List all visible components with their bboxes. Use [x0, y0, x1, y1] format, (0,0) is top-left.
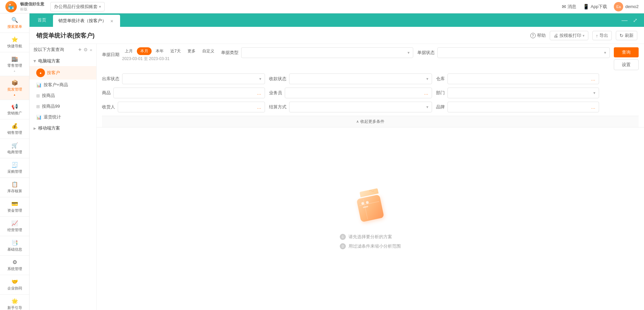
doc-type-arrow-icon: ▾ — [408, 50, 410, 55]
main-layout: 🔍 搜索菜单 ⭐ 快捷导航 🏬 零售管理 ▴ 📦 批发管理 ▴ 📢 营销推广 💰… — [0, 13, 644, 310]
empty-hint-2: ② 用过滤条件来缩小分析范围 — [340, 243, 401, 249]
page-title: 销货单统计表(按客户) — [36, 32, 95, 40]
chart-icon-2: 📊 — [36, 115, 42, 120]
tree-item-customer-label: 按客户 — [47, 70, 60, 76]
app-selector-label: 办公用品行业模拟账套 — [54, 4, 98, 10]
date-tabs: 上月 本月 本年 近7天 更多 自定义 — [122, 47, 217, 55]
sidebar-item-basic[interactable]: 📑 基础信息 — [0, 236, 29, 256]
query-btn[interactable]: 查询 — [614, 47, 639, 57]
sidebar-item-newbie[interactable]: 🌟 新手引导 — [0, 295, 29, 310]
print-btn[interactable]: 🖨 按模板打印 ▾ — [550, 31, 588, 40]
sidebar-item-ecommerce[interactable]: 🛒 电商管理 — [0, 139, 29, 158]
tree-mobile-parent[interactable]: ▶ 移动端方案 — [30, 123, 96, 133]
sidebar-item-ops[interactable]: 📈 经营管理 — [0, 217, 29, 236]
export-icon: ↑ — [596, 33, 598, 38]
date-tab-last7days[interactable]: 近7天 — [168, 47, 183, 55]
sidebar-item-finance[interactable]: 💳 资金管理 — [0, 197, 29, 217]
search-icon: 🔍 — [11, 17, 18, 23]
tree-item-by-product99[interactable]: ⊞ 按商品99 — [30, 101, 96, 112]
tree-item-return-stats[interactable]: 📊 退货统计 — [30, 112, 96, 122]
doc-type-control[interactable]: ▾ — [241, 47, 414, 58]
avatar: Ea — [614, 2, 623, 11]
page-header: 销货单统计表(按客户) ? 帮助 🖨 按模板打印 ▾ ↑ 导出 — [30, 27, 644, 44]
help-label: 帮助 — [537, 33, 546, 39]
finance-icon: 💳 — [11, 201, 18, 207]
recipient-control[interactable]: … — [118, 102, 265, 112]
tree-item-by-product[interactable]: ⊞ 按商品 — [30, 90, 96, 101]
sidebar-item-enterprise[interactable]: 🤝 企业协同 — [0, 275, 29, 295]
tab-active[interactable]: 销货单统计表（按客户） × — [53, 15, 120, 27]
doc-type-label: 单据类型 — [221, 50, 238, 56]
app-selector-arrow: ▾ — [99, 4, 101, 9]
receipt-status-control[interactable]: ▾ — [289, 73, 432, 84]
app-title-main: 畅捷信好生意 — [20, 2, 44, 7]
marketing-label: 营销推广 — [7, 111, 22, 116]
app-download-icon: 📱 — [583, 4, 589, 10]
collapse-bar[interactable]: ∧ 收起更多条件 — [102, 116, 639, 127]
tree-item-by-customer[interactable]: ● 按客户 — [30, 66, 96, 80]
sidebar-item-quicknav[interactable]: ⭐ 快捷导航 — [0, 33, 29, 52]
panel-add-btn[interactable]: + — [78, 47, 81, 53]
date-tab-custom[interactable]: 自定义 — [200, 47, 217, 55]
table-icon-2: ⊞ — [36, 104, 40, 109]
app-download-label: App下载 — [591, 4, 607, 10]
sidebar-item-retail[interactable]: 🏬 零售管理 ▴ — [0, 52, 29, 76]
sidebar-item-sales[interactable]: 💰 销售管理 — [0, 119, 29, 139]
filter-doc-type-item: 单据类型 ▾ — [221, 47, 414, 58]
refresh-btn[interactable]: ↻ 刷新 — [616, 31, 637, 40]
date-tab-this-year[interactable]: 本年 — [153, 47, 166, 55]
tab-close-btn[interactable]: × — [109, 17, 115, 24]
warehouse-control[interactable]: … — [447, 73, 599, 84]
tab-bar: 首页 销货单统计表（按客户） × — ⤢ — [30, 13, 644, 27]
sidebar-item-marketing[interactable]: 📢 营销推广 — [0, 100, 29, 119]
app-selector[interactable]: 办公用品行业模拟账套 ▾ — [50, 2, 105, 11]
sidebar-item-system[interactable]: ⚙ 系统管理 — [0, 256, 29, 275]
tab-maximize-btn[interactable]: ⤢ — [632, 16, 639, 25]
tab-home[interactable]: 首页 — [32, 13, 52, 27]
content-area: 首页 销货单统计表（按客户） × — ⤢ 销货单统计表(按客户) ? 帮助 — [30, 13, 644, 310]
tree-desktop-parent[interactable]: ▶ 电脑端方案 — [30, 56, 96, 66]
date-tab-this-month[interactable]: 本月 — [137, 47, 152, 55]
doc-status-control[interactable]: ▾ — [437, 47, 610, 58]
message-label: 消息 — [568, 4, 576, 10]
sidebar-item-inventory[interactable]: 📋 库存核算 — [0, 178, 29, 197]
brand-control[interactable]: … — [447, 102, 599, 112]
tab-minimize-btn[interactable]: — — [620, 15, 629, 25]
logo-icon: 🏪 — [5, 1, 17, 12]
panel-settings-btn[interactable]: ⚙ — [84, 47, 88, 52]
out-status-control[interactable]: ▾ — [122, 73, 265, 84]
wholesale-label: 批发管理 — [7, 87, 22, 92]
top-header: 🏪 畅捷信好生意 标版 办公用品行业模拟账套 ▾ ✉ 消息 📱 App下载 Ea… — [0, 0, 644, 13]
receipt-status-arrow-icon: ▾ — [426, 76, 428, 81]
user-area[interactable]: Ea demo2 — [614, 2, 639, 11]
hint-num-2: ② — [340, 243, 346, 249]
department-control[interactable]: ▾ — [447, 88, 599, 98]
export-btn[interactable]: ↑ 导出 — [592, 31, 612, 40]
message-btn[interactable]: ✉ 消息 — [562, 4, 576, 10]
purchase-label: 采购管理 — [7, 169, 22, 174]
filter-recipient-item: 收货人 … — [102, 102, 265, 112]
date-tab-more[interactable]: 更多 — [185, 47, 198, 55]
settlement-control[interactable]: ▾ — [289, 102, 432, 112]
sidebar-item-wholesale[interactable]: 📦 批发管理 ▴ — [0, 76, 29, 100]
tree-item-customer-product[interactable]: 📊 按客户+商品 — [30, 80, 96, 90]
print-icon: 🖨 — [553, 33, 558, 38]
date-tab-last-month[interactable]: 上月 — [122, 47, 136, 55]
salesperson-control[interactable]: … — [285, 88, 432, 98]
sidebar-item-purchase[interactable]: 🧾 采购管理 — [0, 158, 29, 178]
app-download-btn[interactable]: 📱 App下载 — [583, 4, 607, 10]
department-arrow-icon: ▾ — [593, 91, 595, 95]
sidebar-item-search[interactable]: 🔍 搜索菜单 — [0, 13, 29, 33]
brand-more-icon: … — [591, 105, 595, 110]
export-label: 导出 — [599, 33, 608, 39]
product-control[interactable]: … — [113, 88, 265, 98]
panel-collapse-btn[interactable]: « — [90, 47, 92, 52]
search-label: 搜索菜单 — [7, 24, 22, 29]
filter-area: 单据日期 上月 本月 本年 近7天 更多 自定义 — [97, 44, 644, 127]
settings-btn[interactable]: 设置 — [614, 59, 639, 70]
help-btn[interactable]: ? 帮助 — [530, 33, 546, 39]
sidebar: 🔍 搜索菜单 ⭐ 快捷导航 🏬 零售管理 ▴ 📦 批发管理 ▴ 📢 营销推广 💰… — [0, 13, 30, 310]
logo-area: 🏪 畅捷信好生意 标版 办公用品行业模拟账套 ▾ — [5, 1, 105, 12]
filter-settlement-item: 结算方式 ▾ — [269, 102, 432, 112]
chart-icon-1: 📊 — [36, 83, 42, 88]
